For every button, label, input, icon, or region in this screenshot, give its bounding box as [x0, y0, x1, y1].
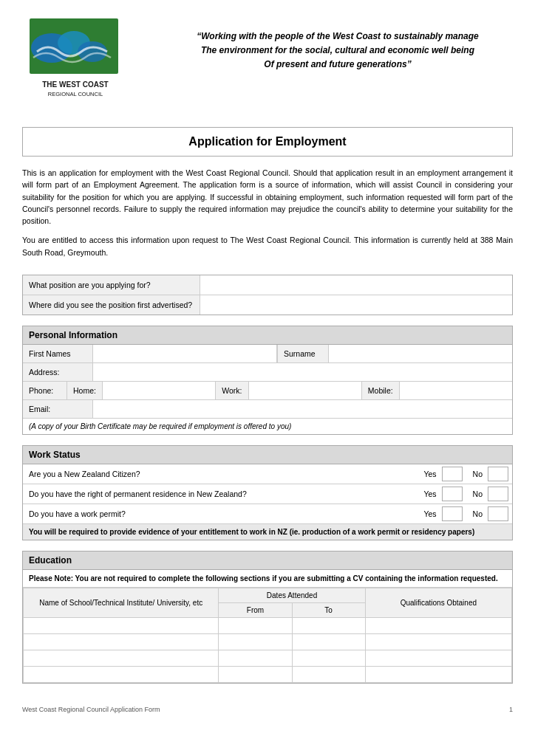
edu-qual-1[interactable]: [365, 617, 511, 633]
svg-text:REGIONAL COUNCIL: REGIONAL COUNCIL: [48, 91, 103, 97]
page-header: THE WEST COAST REGIONAL COUNCIL “Working…: [22, 15, 513, 112]
work-status-section: Work Status Are you a New Zealand Citize…: [22, 445, 513, 540]
ws-no-1: No: [466, 464, 512, 484]
yes-label-2: Yes: [420, 488, 439, 500]
ws-label-3: Do you have a work permit?: [23, 506, 417, 522]
work-label: Work:: [216, 382, 248, 399]
ws-notice: You will be required to provide evidence…: [23, 524, 512, 540]
ws-yes-2: Yes: [417, 484, 466, 504]
ws-label-1: Are you a New Zealand Citizen?: [23, 466, 417, 482]
position-section: What position are you applying for? Wher…: [22, 275, 513, 315]
personal-info-section: Personal Information First Names Surname…: [22, 326, 513, 435]
edu-qual-2[interactable]: [365, 633, 511, 650]
svg-text:THE WEST COAST: THE WEST COAST: [42, 80, 108, 89]
birth-cert-note: (A copy of your Birth Certificate may be…: [23, 419, 512, 434]
position-row-2: Where did you see the position first adv…: [23, 295, 512, 315]
edu-row-1: [24, 617, 512, 633]
ws-no-2: No: [466, 484, 512, 504]
phone-label: Phone:: [23, 382, 67, 399]
page-footer: West Coast Regional Council Application …: [22, 706, 513, 713]
yes-checkbox-2[interactable]: [442, 487, 463, 501]
surname-input[interactable]: [329, 345, 512, 362]
mobile-phone-input[interactable]: [400, 382, 512, 399]
home-label: Home:: [67, 382, 103, 399]
yes-label-1: Yes: [420, 468, 439, 480]
edu-to-4[interactable]: [292, 666, 365, 682]
first-names-input[interactable]: [93, 345, 277, 362]
names-row: First Names Surname: [23, 345, 512, 363]
first-names-label: First Names: [23, 345, 93, 362]
position-label-2: Where did you see the position first adv…: [23, 295, 200, 315]
org-logo: THE WEST COAST REGIONAL COUNCIL: [22, 15, 129, 111]
edu-from-3[interactable]: [219, 650, 292, 666]
ws-label-2: Do you have the right of permanent resid…: [23, 486, 417, 502]
intro-para2: You are entitled to access this informat…: [22, 234, 513, 258]
edu-dates-header: Dates Attended: [219, 588, 365, 602]
education-header: Education: [23, 551, 512, 570]
position-value-1[interactable]: [200, 275, 512, 295]
edu-school-2[interactable]: [24, 633, 219, 650]
email-row: Email:: [23, 400, 512, 419]
no-label-3: No: [470, 508, 485, 520]
address-row: Address:: [23, 363, 512, 382]
edu-from-1[interactable]: [219, 617, 292, 633]
yes-label-3: Yes: [420, 508, 439, 520]
edu-school-4[interactable]: [24, 666, 219, 682]
email-label: Email:: [23, 400, 93, 418]
no-label-2: No: [470, 488, 485, 500]
home-phone-input[interactable]: [103, 382, 216, 399]
tagline: “Working with the people of the West Coa…: [148, 15, 513, 72]
edu-school-1[interactable]: [24, 617, 219, 633]
edu-from-2[interactable]: [219, 633, 292, 650]
no-checkbox-3[interactable]: [488, 506, 508, 521]
ws-yes-3: Yes: [417, 504, 466, 523]
edu-qual-4[interactable]: [365, 666, 511, 682]
edu-to-3[interactable]: [292, 650, 365, 666]
yes-checkbox-1[interactable]: [442, 467, 463, 481]
edu-row-4: [24, 666, 512, 682]
edu-to-header: To: [292, 602, 365, 617]
intro-para1: This is an application for employment wi…: [22, 167, 513, 227]
edu-from-4[interactable]: [219, 666, 292, 682]
education-section: Education Please Note: You are not requi…: [22, 551, 513, 684]
position-row-1: What position are you applying for?: [23, 275, 512, 295]
ws-row-2: Do you have the right of permanent resid…: [23, 484, 512, 504]
ws-no-3: No: [466, 504, 512, 523]
edu-to-2[interactable]: [292, 633, 365, 650]
no-label-1: No: [470, 468, 485, 480]
edu-qual-3[interactable]: [365, 650, 511, 666]
logo-container: THE WEST COAST REGIONAL COUNCIL: [22, 15, 148, 112]
education-table: Name of School/Technical Institute/ Univ…: [23, 588, 512, 683]
ws-row-1: Are you a New Zealand Citizen? Yes No: [23, 464, 512, 484]
form-title: Application for Employment: [30, 135, 505, 148]
work-phone-input[interactable]: [249, 382, 362, 399]
edu-row-3: [24, 650, 512, 666]
edu-col3-header: Qualifications Obtained: [365, 588, 511, 617]
edu-row-2: [24, 633, 512, 650]
edu-col1-header: Name of School/Technical Institute/ Univ…: [24, 588, 219, 617]
edu-school-3[interactable]: [24, 650, 219, 666]
edu-notice-text: Please Note: You are not required to com…: [29, 574, 498, 583]
no-checkbox-2[interactable]: [488, 487, 508, 501]
form-title-box: Application for Employment: [22, 127, 513, 157]
footer-left: West Coast Regional Council Application …: [22, 706, 160, 713]
mobile-label: Mobile:: [362, 382, 400, 399]
personal-info-header: Personal Information: [23, 326, 512, 345]
work-status-header: Work Status: [23, 446, 512, 464]
ws-row-3: Do you have a work permit? Yes No: [23, 504, 512, 524]
ws-yes-1: Yes: [417, 464, 466, 484]
position-value-2[interactable]: [200, 295, 512, 315]
address-label: Address:: [23, 363, 93, 381]
address-input[interactable]: [93, 363, 512, 381]
surname-label: Surname: [277, 345, 329, 362]
edu-notice: Please Note: You are not required to com…: [23, 570, 512, 588]
footer-right: 1: [509, 706, 513, 713]
phone-row: Phone: Home: Work: Mobile:: [23, 382, 512, 400]
position-label-1: What position are you applying for?: [23, 275, 200, 295]
edu-from-header: From: [219, 602, 292, 617]
edu-to-1[interactable]: [292, 617, 365, 633]
no-checkbox-1[interactable]: [488, 467, 508, 481]
yes-checkbox-3[interactable]: [442, 506, 463, 521]
email-input[interactable]: [93, 400, 512, 418]
